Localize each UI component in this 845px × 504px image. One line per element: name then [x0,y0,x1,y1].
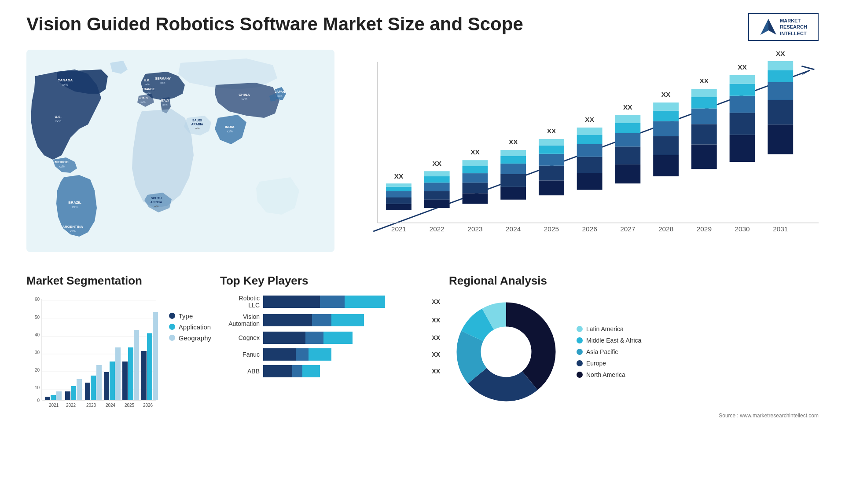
svg-rect-134 [56,391,62,400]
page-title: Vision Guided Robotics Software Market S… [26,13,523,35]
player-label-2: XX [432,317,440,324]
svg-rect-145 [110,362,115,400]
player-bar-1 [263,296,426,308]
svg-text:xx%: xx% [55,120,61,123]
player-bar-seg1-3 [263,332,305,344]
reg-label-mea: Middle East & Africa [586,337,641,344]
player-row-4: Fanuc XX [220,348,440,361]
svg-text:U.S.: U.S. [55,115,62,119]
regional-title: Regional Analysis [449,274,819,288]
svg-text:XX: XX [432,160,441,167]
player-label-1: XX [432,298,440,305]
svg-text:xx%: xx% [195,127,200,130]
svg-rect-57 [463,166,488,173]
reg-label-apac: Asia Pacific [586,348,618,355]
svg-text:SAUDI: SAUDI [192,119,202,122]
svg-text:INDIA: INDIA [225,125,235,129]
svg-text:XX: XX [776,50,785,57]
legend-label-type: Type [179,312,193,320]
svg-rect-63 [500,164,526,174]
legend-label-geography: Geography [179,334,211,342]
logo-top: MARKET RESEARCH INTELLECT [760,18,807,37]
svg-text:XX: XX [470,148,480,156]
svg-text:2023: 2023 [86,403,96,408]
svg-text:xx%: xx% [62,83,68,86]
svg-rect-113 [768,70,793,82]
svg-rect-144 [104,372,109,400]
player-bar-seg2-4 [296,348,309,361]
svg-rect-54 [463,193,488,204]
svg-rect-56 [463,173,488,183]
svg-text:40: 40 [35,332,40,337]
svg-text:xx%: xx% [140,101,146,103]
reg-dot-latin [577,326,583,332]
legend-dot-type [169,313,175,319]
reg-legend-europe: Europe [577,360,641,367]
player-bar-seg2-2 [312,314,331,326]
svg-rect-112 [768,82,793,100]
svg-rect-79 [577,128,603,135]
regional-section: Regional Analysis [449,274,819,420]
player-label-3: XX [432,334,440,341]
svg-text:xx%: xx% [227,130,232,133]
svg-rect-96 [691,144,717,169]
world-map-svg: CANADA xx% U.S. xx% MEXICO xx% BRAZIL xx… [26,50,334,252]
svg-rect-110 [768,124,793,154]
svg-rect-153 [147,333,152,400]
player-name-2: VisionAutomation [220,313,260,327]
svg-rect-65 [500,150,526,156]
player-bar-seg2-1 [320,296,344,308]
svg-line-37 [801,66,814,69]
svg-rect-132 [45,397,50,400]
svg-text:xx%: xx% [241,98,247,101]
svg-rect-100 [691,89,717,97]
page-container: Vision Guided Robotics Software Market S… [0,0,845,504]
main-content: CANADA xx% U.S. xx% MEXICO xx% BRAZIL xx… [26,50,819,261]
svg-text:2022: 2022 [430,225,445,233]
regional-container: Latin America Middle East & Africa Asia … [449,295,819,409]
player-bar-seg3-4 [309,348,331,361]
svg-rect-82 [615,164,640,183]
svg-rect-105 [730,96,755,113]
svg-rect-92 [653,110,679,121]
segmentation-section: Market Segmentation 60 50 40 30 20 [26,274,211,420]
svg-text:10: 10 [35,385,40,390]
reg-dot-na [577,372,583,378]
svg-text:SPAIN: SPAIN [139,96,148,99]
player-bar-seg1-2 [263,314,312,326]
player-name-5: ABB [220,368,260,375]
reg-dot-europe [577,360,583,366]
svg-rect-47 [424,200,450,208]
svg-text:ITALY: ITALY [161,99,169,102]
svg-rect-49 [424,183,450,191]
svg-rect-106 [730,84,755,96]
player-bar-4 [263,348,426,361]
svg-rect-41 [386,197,411,204]
svg-rect-44 [386,183,411,187]
svg-rect-90 [653,136,679,155]
svg-text:AFRICA: AFRICA [151,201,162,204]
svg-rect-149 [128,347,133,400]
svg-rect-104 [730,113,755,135]
svg-text:GERMANY: GERMANY [155,77,171,80]
player-bar-2 [263,314,426,326]
svg-rect-50 [424,176,450,183]
legend-label-application: Application [179,323,211,331]
svg-rect-142 [96,365,102,400]
legend-item-type: Type [169,312,211,320]
world-map-container: CANADA xx% U.S. xx% MEXICO xx% BRAZIL xx… [26,50,334,252]
regional-legend: Latin America Middle East & Africa Asia … [577,325,641,378]
svg-text:2022: 2022 [66,403,76,408]
svg-text:XX: XX [661,91,671,98]
svg-rect-103 [730,135,755,162]
player-bar-seg3-1 [345,296,385,308]
svg-rect-61 [500,187,526,200]
svg-rect-137 [71,386,76,400]
svg-text:XX: XX [547,127,556,134]
svg-rect-55 [463,183,488,193]
svg-text:2023: 2023 [467,225,482,233]
svg-rect-85 [615,123,640,133]
bottom-row: Market Segmentation 60 50 40 30 20 [26,274,819,420]
svg-text:xx%: xx% [160,81,165,84]
player-name-3: Cognex [220,334,260,341]
